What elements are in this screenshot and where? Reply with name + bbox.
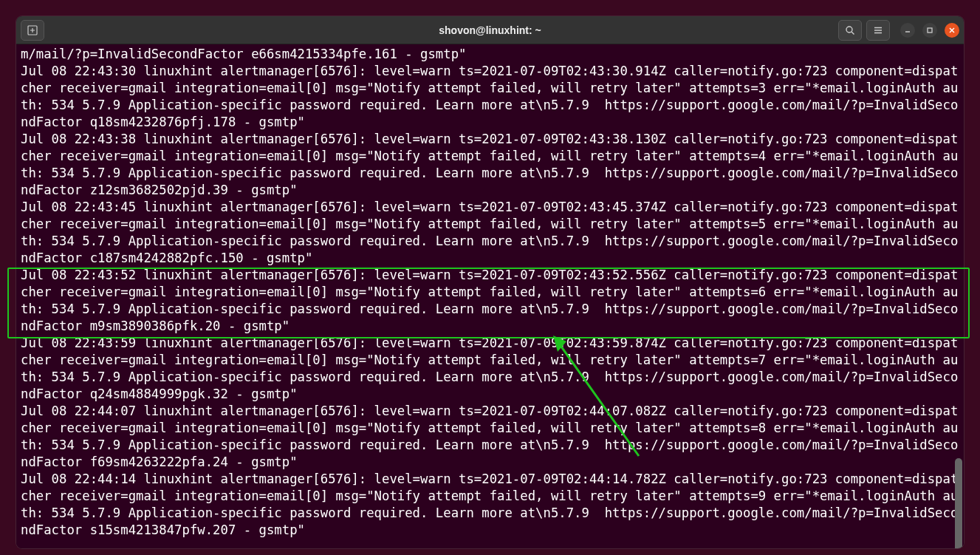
- log-entry: Jul 08 22:43:45 linuxhint alertmanager[6…: [21, 200, 958, 265]
- log-entry: Jul 08 22:43:59 linuxhint alertmanager[6…: [21, 336, 958, 401]
- new-tab-icon: [27, 25, 38, 35]
- svg-line-4: [851, 32, 854, 35]
- svg-rect-9: [928, 28, 932, 33]
- close-icon: [948, 27, 956, 34]
- search-button[interactable]: [838, 20, 862, 41]
- menu-button[interactable]: [866, 20, 890, 41]
- window-title: shovon@linuxhint: ~: [16, 24, 964, 36]
- maximize-icon: [926, 27, 933, 34]
- log-line: m/mail/?p=InvalidSecondFactor e66sm42153…: [21, 47, 466, 61]
- hamburger-icon: [873, 25, 883, 35]
- maximize-button[interactable]: [922, 23, 937, 38]
- search-icon: [845, 25, 855, 35]
- new-tab-button[interactable]: [21, 20, 44, 41]
- minimize-icon: [904, 27, 911, 34]
- log-entry: Jul 08 22:43:30 linuxhint alertmanager[6…: [21, 64, 958, 129]
- close-button[interactable]: [945, 23, 959, 38]
- titlebar: shovon@linuxhint: ~: [16, 16, 964, 44]
- log-entry: Jul 08 22:43:38 linuxhint alertmanager[6…: [21, 132, 958, 197]
- scrollbar-thumb[interactable]: [955, 458, 962, 548]
- log-entry: Jul 08 22:44:07 linuxhint alertmanager[6…: [21, 404, 958, 469]
- log-entry: Jul 08 22:44:14 linuxhint alertmanager[6…: [21, 471, 958, 537]
- terminal-output[interactable]: m/mail/?p=InvalidSecondFactor e66sm42153…: [16, 44, 964, 548]
- log-entry: Jul 08 22:43:52 linuxhint alertmanager[6…: [21, 268, 958, 333]
- svg-point-3: [846, 27, 852, 33]
- terminal-window: shovon@linuxhint: ~: [16, 16, 964, 548]
- minimize-button[interactable]: [900, 23, 915, 38]
